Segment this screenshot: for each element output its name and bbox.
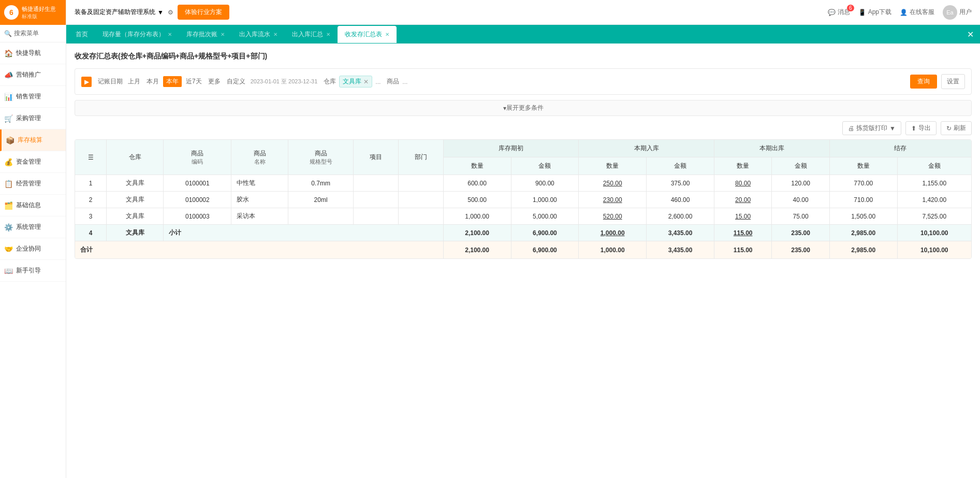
- page-title: 收发存汇总表(按仓库+商品编码+商品+规格型号+项目+部门): [75, 52, 972, 61]
- finance-icon: 💰: [4, 158, 13, 166]
- filter-expand-btn[interactable]: ▶: [81, 77, 92, 87]
- filter-actions: 查询 设置: [910, 74, 965, 89]
- print-label: 拣货版打印: [856, 124, 887, 133]
- goods-more[interactable]: ...: [402, 78, 407, 85]
- sidebar-search[interactable]: 🔍 搜索菜单: [0, 25, 66, 42]
- row-closing-amt: 1,155.00: [897, 175, 971, 192]
- subtotal-closing-amt: 10,100.00: [897, 225, 971, 241]
- tab-close-icon[interactable]: ✕: [168, 32, 172, 37]
- sidebar-item-basic-info[interactable]: 🗂️ 基础信息: [0, 195, 66, 216]
- row-in-qty[interactable]: 230.00: [579, 192, 647, 208]
- th-out-qty: 数量: [714, 157, 771, 175]
- row-code: 0100002: [164, 192, 231, 208]
- tab-close-icon[interactable]: ✕: [326, 32, 330, 37]
- topbar-right: 💬 消息 6 📱 App下载 👤 在线客服 Ea 用户: [828, 5, 972, 20]
- row-name: 采访本: [231, 208, 288, 225]
- tab-receipt-summary[interactable]: 收发存汇总表 ✕: [338, 26, 397, 43]
- subtotal-out-qty[interactable]: 115.00: [714, 225, 771, 241]
- th-in-amt: 金额: [647, 157, 714, 175]
- app-download-btn[interactable]: 📱 App下载: [858, 8, 891, 17]
- row-spec: 20ml: [288, 192, 354, 208]
- sidebar-item-quick-nav[interactable]: 🏠 快捷导航: [0, 42, 66, 64]
- export-btn[interactable]: ⬆ 导出: [905, 121, 937, 135]
- subtotal-in-qty[interactable]: 1,000.00: [579, 225, 647, 241]
- row-in-qty[interactable]: 250.00: [579, 175, 647, 192]
- sidebar-item-purchase[interactable]: 🛒 采购管理: [0, 108, 66, 129]
- cooperation-icon: 🤝: [4, 245, 13, 253]
- tab-inout-summary[interactable]: 出入库汇总 ✕: [285, 26, 338, 43]
- row-out-qty[interactable]: 80.00: [714, 175, 771, 192]
- date-option-last-month[interactable]: 上月: [126, 76, 142, 87]
- tab-home[interactable]: 首页: [68, 26, 95, 43]
- row-out-qty[interactable]: 15.00: [714, 208, 771, 225]
- sales-icon: 📊: [4, 93, 13, 101]
- sidebar-item-system[interactable]: ⚙️ 系统管理: [0, 216, 66, 238]
- row-out-amt: 120.00: [772, 175, 829, 192]
- data-table-container: ☰ 仓库 商品编码 商品名称 商品规格型号 项目 部门 库存期初 本期入库 本期…: [75, 139, 972, 259]
- row-code: 0100001: [164, 175, 231, 192]
- row-in-amt: 375.00: [647, 175, 714, 192]
- settings-button[interactable]: 设置: [941, 74, 965, 89]
- tab-batch-ledger[interactable]: 库存批次账 ✕: [179, 26, 232, 43]
- experience-btn[interactable]: 体验行业方案: [178, 5, 229, 20]
- th-spec: 商品规格型号: [288, 140, 354, 175]
- date-option-this-year[interactable]: 本年: [163, 76, 182, 87]
- goods-label: 商品: [387, 77, 399, 86]
- message-icon: 💬: [828, 9, 836, 16]
- sidebar-item-cooperation[interactable]: 🤝 企业协同: [0, 238, 66, 260]
- tab-inout-flow[interactable]: 出入库流水 ✕: [232, 26, 285, 43]
- date-option-this-month[interactable]: 本月: [144, 76, 161, 87]
- chevron-down-icon: ▼: [889, 125, 896, 132]
- th-outbound: 本期出库: [714, 140, 829, 157]
- warehouse-more[interactable]: ...: [375, 78, 381, 85]
- tab-inventory-dist[interactable]: 现存量（库存分布表） ✕: [95, 26, 179, 43]
- date-option-custom[interactable]: 自定义: [225, 76, 247, 87]
- refresh-label: 刷新: [954, 124, 966, 133]
- sidebar-item-marketing[interactable]: 📣 营销推广: [0, 64, 66, 86]
- user-label: 用户: [959, 8, 972, 17]
- subtotal-no: 4: [75, 225, 107, 241]
- tab-close-icon[interactable]: ✕: [385, 32, 389, 37]
- date-option-more[interactable]: 更多: [206, 76, 223, 87]
- th-settings[interactable]: ☰: [75, 140, 107, 175]
- sidebar-item-sales[interactable]: 📊 销售管理: [0, 86, 66, 108]
- tabbar-close-btn[interactable]: ✕: [963, 27, 978, 41]
- date-option-7days[interactable]: 近7天: [184, 76, 204, 87]
- data-table: ☰ 仓库 商品编码 商品名称 商品规格型号 项目 部门 库存期初 本期入库 本期…: [75, 140, 971, 258]
- row-opening-qty: 500.00: [443, 192, 511, 208]
- row-dept: [398, 192, 443, 208]
- row-closing-qty: 710.00: [829, 192, 897, 208]
- tab-close-icon[interactable]: ✕: [273, 32, 277, 37]
- sidebar-item-label: 销售管理: [16, 92, 41, 101]
- column-settings-icon[interactable]: ☰: [88, 154, 94, 161]
- date-options: 上月 本月 本年 近7天 更多 自定义: [126, 76, 247, 87]
- system-icon: ⚙️: [4, 223, 13, 231]
- messages-btn[interactable]: 💬 消息 6: [828, 8, 850, 17]
- row-in-qty[interactable]: 520.00: [579, 208, 647, 225]
- system-selector[interactable]: 装备及固定资产辅助管理系统 ▼: [75, 8, 164, 17]
- row-closing-qty: 770.00: [829, 175, 897, 192]
- row-out-qty[interactable]: 20.00: [714, 192, 771, 208]
- sidebar-item-finance[interactable]: 💰 资金管理: [0, 151, 66, 173]
- date-filter-label: 记账日期: [98, 77, 123, 86]
- sidebar-item-guide[interactable]: 📖 新手引导: [0, 260, 66, 282]
- expand-more-bar[interactable]: ▾ 展开更多条件: [75, 100, 972, 116]
- gear-icon[interactable]: ⚙: [168, 9, 173, 16]
- print-btn[interactable]: 🖨 拣货版打印 ▼: [842, 121, 901, 135]
- tab-label: 现存量（库存分布表）: [103, 30, 165, 39]
- query-button[interactable]: 查询: [910, 75, 937, 89]
- sidebar-item-operations[interactable]: 📋 经营管理: [0, 173, 66, 195]
- warehouse-tag-close[interactable]: ✕: [363, 78, 369, 85]
- th-closing-qty: 数量: [829, 157, 897, 175]
- logo-icon: 6: [4, 5, 19, 20]
- footer-out-qty: 115.00: [714, 241, 771, 259]
- purchase-icon: 🛒: [4, 114, 13, 123]
- row-opening-amt: 900.00: [511, 175, 579, 192]
- sidebar-item-inventory[interactable]: 📦 库存核算: [0, 129, 66, 151]
- online-service-btn[interactable]: 👤 在线客服: [900, 8, 934, 17]
- tab-close-icon[interactable]: ✕: [221, 32, 225, 37]
- export-icon: ⬆: [911, 125, 916, 132]
- user-avatar[interactable]: Ea 用户: [943, 5, 972, 20]
- filter-bar: ▶ 记账日期 上月 本月 本年 近7天 更多 自定义 2023-01-01 至 …: [75, 68, 972, 95]
- refresh-btn[interactable]: ↻ 刷新: [941, 121, 972, 135]
